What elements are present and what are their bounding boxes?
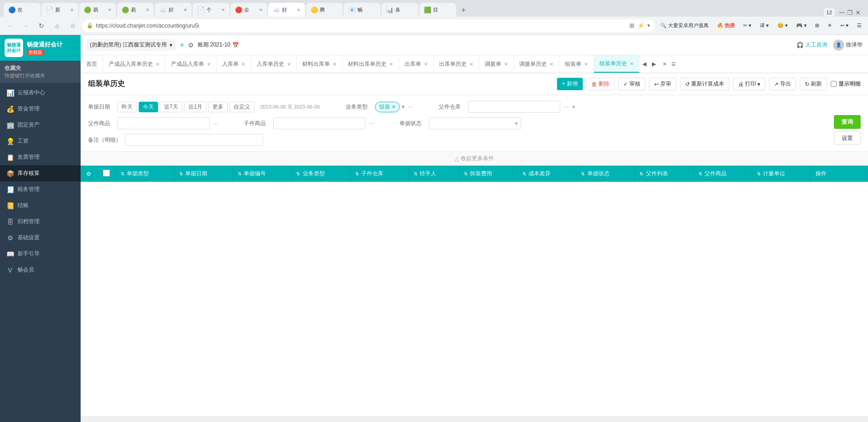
nav-tab-assembly[interactable]: 组装单 ✕ <box>559 55 594 73</box>
th-parent-list[interactable]: ⇅ 父件列表 <box>635 166 693 182</box>
period-selector[interactable]: 账期 2021-10 📅 <box>198 41 239 49</box>
close-btn[interactable]: ✕ <box>856 9 861 16</box>
nav-tab-produced-history[interactable]: 产成品入库单历史 ✕ <box>103 55 165 73</box>
add-company-btn[interactable]: + <box>180 41 184 49</box>
browser-tab-10[interactable]: 📊 各 <box>381 3 418 17</box>
nav-tab-inbound[interactable]: 入库单 ✕ <box>217 55 251 73</box>
business-type-more[interactable]: ··· <box>408 104 413 110</box>
bookmark-btn[interactable]: ☆ <box>66 19 79 32</box>
parent-goods-more[interactable]: ··· <box>213 120 218 127</box>
nav-tab-produced-history-close[interactable]: ✕ <box>156 62 159 67</box>
parent-warehouse-dropdown[interactable]: ▾ <box>572 104 575 110</box>
review-btn[interactable]: ✓ 审核 <box>618 78 645 90</box>
cut-action[interactable]: ✂ ▾ <box>740 21 754 30</box>
refresh-btn[interactable]: ↻ 刷新 <box>800 78 827 90</box>
minimize-btn[interactable]: ─ <box>839 8 845 17</box>
th-parent-goods[interactable]: ⇅ 父件商品 <box>693 166 752 182</box>
print-btn[interactable]: 🖨 打印 ▾ <box>733 78 765 90</box>
sidebar-item-closing[interactable]: 📒 结账 <box>0 197 81 214</box>
bill-status-select[interactable]: ▾ <box>429 117 521 129</box>
tab-close-2[interactable]: ✕ <box>108 7 111 12</box>
tab-nav-right[interactable]: ▶ <box>649 57 659 71</box>
tab-close-6[interactable]: ✕ <box>259 7 263 12</box>
show-detail-checkbox[interactable] <box>831 81 837 87</box>
nav-tab-assembly-history[interactable]: 组装单历史 ✕ <box>594 55 639 73</box>
tab-nav-left[interactable]: ◀ <box>639 57 649 71</box>
sidebar-bookmark[interactable]: 收藏夹 快捷键打开收藏夹 <box>0 61 81 83</box>
browser-tab-1[interactable]: 📄 新 ✕ <box>41 3 78 17</box>
nav-tab-inbound-history[interactable]: 入库单历史 ✕ <box>251 55 297 73</box>
business-tag-close[interactable]: ✕ <box>392 104 396 110</box>
child-goods-more[interactable]: ··· <box>369 120 374 127</box>
translate-action[interactable]: 译 ▾ <box>757 21 772 30</box>
browser-tab-0[interactable]: 🔵 在 <box>4 3 41 17</box>
sidebar-item-funds[interactable]: 💰 资金管理 <box>0 101 81 117</box>
undo-action[interactable]: ↩ ▾ <box>838 21 851 30</box>
company-selector[interactable]: (勿删勿禁用) 江西服宝测试专用 ▾ <box>86 39 176 51</box>
tab-action-more[interactable]: ☰ <box>669 60 678 68</box>
menu-action[interactable]: ☰ <box>854 21 864 30</box>
child-goods-input[interactable] <box>273 117 365 129</box>
sidebar-item-salary[interactable]: 👷 工资 <box>0 133 81 149</box>
nav-tab-material-out-close[interactable]: ✕ <box>333 62 336 67</box>
date-more[interactable]: 更多 <box>208 102 228 112</box>
service-btn[interactable]: 🎧 人工咨询 <box>797 41 827 49</box>
table-checkbox-header[interactable] <box>97 166 116 182</box>
export-btn[interactable]: ↗ 导出 <box>769 78 796 90</box>
nav-tab-inbound-close[interactable]: ✕ <box>241 62 245 67</box>
sidebar-item-settings[interactable]: ⚙ 基础设置 <box>0 230 81 246</box>
browser-tab-8[interactable]: 🟡 腾 <box>306 3 343 17</box>
new-tab-btn[interactable]: + <box>457 4 470 17</box>
collapse-bar[interactable]: △ 收起更多条件 <box>81 152 868 166</box>
browser-tab-5[interactable]: 📄 个 ✕ <box>193 3 229 17</box>
nav-tab-outbound[interactable]: 出库单 ✕ <box>399 55 434 73</box>
th-bill-no[interactable]: ⇅ 单据编号 <box>233 166 292 182</box>
grid-action[interactable]: ⊞ <box>812 21 822 30</box>
nav-tab-transfer[interactable]: 调拨单 ✕ <box>479 55 514 73</box>
th-bill-type[interactable]: ⇅ 单据类型 <box>116 166 174 182</box>
parent-warehouse-input[interactable] <box>468 101 560 113</box>
emoji-action[interactable]: 😊 ▾ <box>774 21 791 30</box>
date-yesterday[interactable]: 昨天 <box>117 102 137 112</box>
address-dropdown-icon[interactable]: ▾ <box>647 23 650 29</box>
sidebar-item-guide[interactable]: 📖 新手引导 <box>0 246 81 262</box>
brightness-action[interactable]: ☀ <box>825 21 835 30</box>
nav-tab-transfer-history[interactable]: 调拨单历史 ✕ <box>514 55 559 73</box>
delete-btn[interactable]: 🗑 删除 <box>586 78 615 90</box>
parent-warehouse-more[interactable]: ··· <box>564 104 569 110</box>
tab-close-7[interactable]: ✕ <box>297 7 300 12</box>
browser-tab-6[interactable]: 🔴 企 ✕ <box>230 3 267 17</box>
sidebar-item-tax[interactable]: 🧾 税务管理 <box>0 181 81 197</box>
remark-input[interactable] <box>125 134 263 146</box>
tab-close-1[interactable]: ✕ <box>70 7 74 12</box>
forward-btn[interactable]: → <box>19 19 32 32</box>
browser-tab-4[interactable]: ☁️ 好 ✕ <box>155 3 192 17</box>
th-cost-diff[interactable]: ⇅ 成本差异 <box>517 166 576 182</box>
sidebar-item-invoices[interactable]: 📋 发票管理 <box>0 149 81 165</box>
sidebar-item-inventory[interactable]: 📦 库存核算 <box>0 165 81 181</box>
nav-tab-assembly-close[interactable]: ✕ <box>584 62 588 67</box>
sidebar-header[interactable]: 畅捷通好会计 畅捷通好会计 旗舰版 <box>0 35 81 61</box>
refresh-browser-btn[interactable]: ↻ <box>35 19 48 32</box>
horizontal-scrollbar[interactable] <box>81 416 868 422</box>
maximize-btn[interactable]: ❐ <box>847 9 853 16</box>
nav-tab-material-out[interactable]: 材料出库单 ✕ <box>297 55 342 73</box>
date-custom[interactable]: 自定义 <box>229 102 254 112</box>
th-child-warehouse[interactable]: ⇅ 子件仓库 <box>350 166 409 182</box>
hot-search[interactable]: 🔥 热搜 <box>714 21 738 30</box>
browser-tab-3[interactable]: 🟢 易 ✕ <box>117 3 154 17</box>
nav-tab-outbound-close[interactable]: ✕ <box>424 62 428 67</box>
home-btn[interactable]: ⌂ <box>51 19 64 32</box>
tab-close-3[interactable]: ✕ <box>146 7 149 12</box>
select-all-checkbox[interactable] <box>103 169 110 177</box>
browser-tab-11[interactable]: 🟩 目 <box>419 3 456 17</box>
th-unit[interactable]: ⇅ 计量单位 <box>752 166 811 182</box>
user-menu[interactable]: 👤 徐泽华 <box>833 40 862 51</box>
nav-tab-produced[interactable]: 产成品入库单 ✕ <box>165 55 217 73</box>
table-settings-header[interactable]: ⚙ <box>81 166 97 182</box>
new-btn[interactable]: + 新增 <box>557 78 583 90</box>
th-bill-date[interactable]: ⇅ 单据日期 <box>174 166 233 182</box>
th-disassembly-cost[interactable]: ⇅ 拆装费用 <box>459 166 517 182</box>
nav-tab-outbound-history-close[interactable]: ✕ <box>469 62 473 67</box>
company-settings-icon[interactable]: ⚙ <box>188 41 194 49</box>
